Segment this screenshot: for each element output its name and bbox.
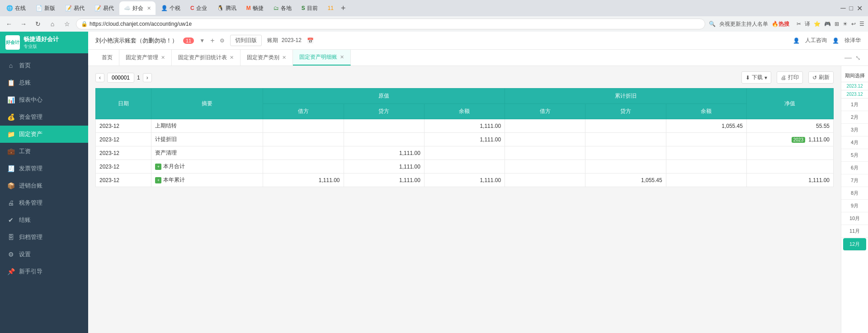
close-btn[interactable]: ✕ — [857, 4, 863, 13]
browser-tab-gedi[interactable]: 🗂 各地 — [269, 1, 296, 15]
row-date-1: 2023-12 — [96, 119, 151, 133]
tab-depreciation-stat[interactable]: 固定资产折旧统计表 ✕ — [172, 50, 241, 66]
month-item-12[interactable]: 12月 — [843, 238, 866, 251]
sidebar-item-reports[interactable]: 📊 报表中心 — [0, 91, 88, 108]
browser-tab-close[interactable]: ✕ — [147, 5, 151, 11]
table-row[interactable]: 2023-12 上期结转 1,111.00 1,055.45 55.55 — [96, 119, 834, 133]
back-btn[interactable]: ← — [4, 19, 14, 29]
row-acc-credit-4 — [585, 160, 666, 174]
month-item-2[interactable]: 2月 — [841, 111, 868, 124]
grid-icon: ⊞ — [835, 21, 839, 27]
sidebar-item-general-ledger[interactable]: 📋 总账 — [0, 74, 88, 91]
dropdown-icon[interactable]: ▼ — [199, 38, 205, 44]
tab-fixed-asset-category[interactable]: 固定资产类别 ✕ — [241, 50, 293, 66]
month-item-5[interactable]: 5月 — [841, 149, 868, 162]
tab-home[interactable]: 首页 — [95, 50, 119, 66]
sidebar-item-inventory[interactable]: 📦 进销台账 — [0, 177, 88, 194]
sidebar-item-fixed-assets[interactable]: 📁 固定资产 — [0, 126, 88, 143]
month-item-8[interactable]: 8月 — [841, 187, 868, 200]
browser-tab-yidai2[interactable]: 📝 易代 — [90, 1, 118, 15]
browser-tab-qiye[interactable]: C 企业 — [186, 1, 212, 15]
browser-tab-haohui[interactable]: ☁️ 好会 ✕ — [119, 1, 156, 15]
row-acc-balance-5 — [666, 174, 746, 187]
table-row[interactable]: 2023-12 计提折旧 1,111.00 2023 — [96, 133, 834, 146]
nav-right-controls: 🔍 央视更新主持人名单 🔥热搜 ✂ 译 ⭐ 🎮 ⊞ ☀ ↩ ☰ — [709, 20, 864, 28]
content-area: ‹ 1 › ⬇ 下载 ▾ 🖨 打印 — [88, 66, 868, 333]
print-btn[interactable]: 🖨 打印 — [777, 71, 803, 84]
sidebar-item-home[interactable]: ⌂ 首页 — [0, 57, 88, 74]
minimize-btn[interactable]: ─ — [840, 4, 845, 12]
month-item-9[interactable]: 9月 — [841, 200, 868, 212]
tab-fixed-asset-category-close[interactable]: ✕ — [282, 55, 286, 61]
download-btn[interactable]: ⬇ 下载 ▾ — [741, 71, 771, 84]
switch-version-btn[interactable]: 切到旧版 — [230, 35, 262, 46]
settings-small-icon[interactable]: ⚙ — [220, 38, 225, 44]
collapse-btn[interactable]: — — [844, 54, 852, 62]
menu-icon[interactable]: ☰ — [859, 21, 864, 27]
address-bar[interactable]: 🔒 https://cloud.chanjet.com/accounting/u… — [76, 19, 705, 29]
browser-tab-geshui[interactable]: 👤 个税 — [156, 1, 185, 15]
month-item-6[interactable]: 6月 — [841, 162, 868, 174]
col-acc-dep: 累计折旧 — [505, 89, 747, 104]
summary-year-icon: + — [155, 177, 161, 183]
sidebar-item-tax[interactable]: 🖨 税务管理 — [0, 194, 88, 211]
table-row[interactable]: 2023-12 +本月合计 1,111.00 — [96, 160, 834, 174]
maximize-btn[interactable]: □ — [849, 5, 853, 12]
tab-fixed-asset-ledger[interactable]: 固定资产明细账 ✕ — [293, 50, 351, 66]
sidebar-item-capital[interactable]: 💰 资金管理 — [0, 108, 88, 126]
row-net-5: 1,111.00 — [746, 174, 833, 187]
period-panel-title: 期间选择 — [841, 70, 868, 82]
row-orig-debit-4 — [263, 160, 344, 174]
sidebar-item-guide[interactable]: 📌 新手引导 — [0, 263, 88, 280]
row-orig-balance-5: 1,111.00 — [424, 174, 505, 187]
sidebar-item-settings[interactable]: ⚙ 设置 — [0, 246, 88, 263]
refresh-btn[interactable]: ↺ 刷新 — [808, 71, 834, 84]
browser-tab-11[interactable]: 11 — [323, 1, 338, 15]
add-account-btn[interactable]: + — [210, 37, 214, 45]
browser-tab-online[interactable]: 🌐 在线 — [2, 1, 30, 15]
sidebar: 好会计 畅捷通好会计 专业版 ⌂ 首页 📋 总账 📊 报表中心 💰 资金管 — [0, 32, 88, 333]
next-page-btn[interactable]: › — [143, 73, 152, 82]
expand-btn[interactable]: ⤡ — [855, 54, 861, 61]
sidebar-item-invoice[interactable]: 🧾 发票管理 — [0, 160, 88, 177]
sidebar-item-payroll[interactable]: 💼 工资 — [0, 143, 88, 160]
right-period-panel: 期间选择 2023.12 2023.12 1月 2月 3月 4月 5月 6月 7… — [841, 66, 868, 333]
month-item-11[interactable]: 11月 — [841, 225, 868, 238]
row-orig-balance-4 — [424, 160, 505, 174]
sidebar-item-closing[interactable]: ✔ 结账 — [0, 211, 88, 229]
sidebar-item-fixed-assets-label: 固定资产 — [19, 130, 42, 138]
tab-fixed-asset-ledger-close[interactable]: ✕ — [340, 54, 344, 60]
new-tab-btn[interactable]: + — [341, 4, 346, 13]
row-summary-5: +本年累计 — [151, 174, 263, 187]
help-btn[interactable]: 人工咨询 — [805, 37, 827, 44]
month-item-1[interactable]: 1月 — [841, 98, 868, 111]
row-acc-credit-2 — [585, 133, 666, 146]
forward-btn[interactable]: → — [18, 19, 29, 29]
table-row[interactable]: 2023-12 +本年累计 1,111.00 1,111.00 1,111.00… — [96, 174, 834, 187]
payroll-icon: 💼 — [7, 148, 14, 155]
ledger-toolbar: ‹ 1 › ⬇ 下载 ▾ 🖨 打印 — [95, 71, 834, 84]
tab-depreciation-stat-close[interactable]: ✕ — [230, 55, 234, 61]
hot-label: 🔥热搜 — [772, 20, 789, 28]
bookmark-btn[interactable]: ☆ — [61, 19, 72, 29]
sidebar-app-subtitle: 专业版 — [24, 43, 59, 50]
browser-tab-new[interactable]: 📄 新版 — [31, 1, 60, 15]
sidebar-item-archive[interactable]: 🗄 归档管理 — [0, 229, 88, 246]
reload-btn[interactable]: ↻ — [33, 19, 43, 29]
month-item-10[interactable]: 10月 — [841, 212, 868, 225]
browser-tab-muqian[interactable]: S 目前 — [297, 1, 322, 15]
prev-page-btn[interactable]: ‹ — [95, 73, 104, 82]
browser-tab-changjie[interactable]: M 畅捷 — [242, 1, 268, 15]
tab-fixed-asset-mgmt[interactable]: 固定资产管理 ✕ — [119, 50, 172, 66]
month-item-4[interactable]: 4月 — [841, 136, 868, 149]
summary-month-icon: + — [155, 164, 161, 170]
calendar-icon[interactable]: 📅 — [307, 38, 314, 44]
home-btn[interactable]: ⌂ — [47, 19, 58, 29]
month-item-7[interactable]: 7月 — [841, 174, 868, 187]
tab-fixed-asset-mgmt-close[interactable]: ✕ — [161, 55, 165, 61]
browser-tab-tengxun[interactable]: 🐧 腾讯 — [212, 1, 241, 15]
table-row[interactable]: 2023-12 资产清理 1,111.00 — [96, 146, 834, 160]
page-number-input[interactable] — [107, 73, 134, 83]
browser-tab-yidai1[interactable]: 📝 易代 — [61, 1, 89, 15]
month-item-3[interactable]: 3月 — [841, 124, 868, 136]
